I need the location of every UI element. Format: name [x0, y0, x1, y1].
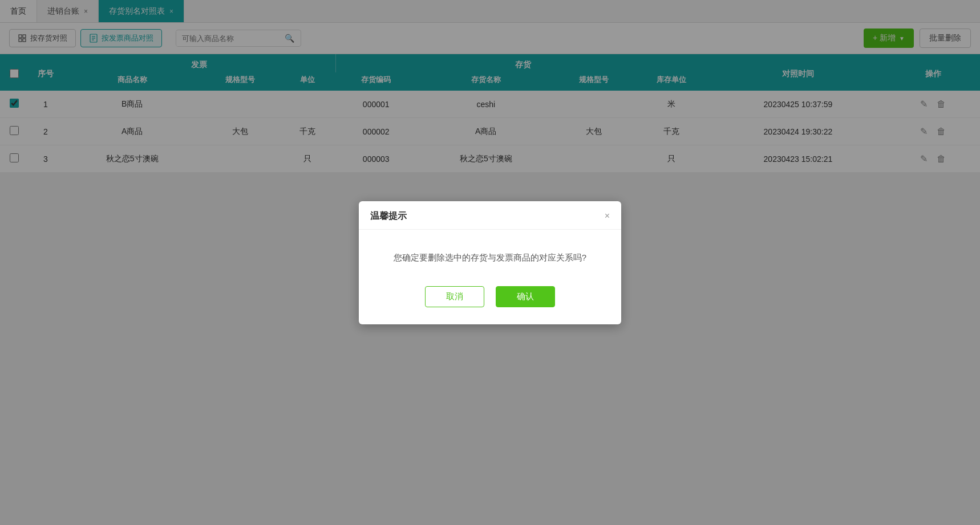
dialog-header: 温馨提示 × [359, 201, 621, 230]
dialog-body: 您确定要删除选中的存货与发票商品的对应关系吗? [359, 230, 621, 280]
dialog-footer: 取消 确认 [359, 280, 621, 324]
overlay: 温馨提示 × 您确定要删除选中的存货与发票商品的对应关系吗? 取消 确认 [0, 0, 980, 525]
dialog: 温馨提示 × 您确定要删除选中的存货与发票商品的对应关系吗? 取消 确认 [359, 201, 621, 324]
dialog-close-button[interactable]: × [605, 211, 610, 221]
dialog-title: 温馨提示 [370, 210, 407, 222]
dialog-message: 您确定要删除选中的存货与发票商品的对应关系吗? [394, 253, 586, 262]
dialog-confirm-button[interactable]: 确认 [496, 286, 555, 307]
dialog-cancel-button[interactable]: 取消 [425, 286, 484, 307]
